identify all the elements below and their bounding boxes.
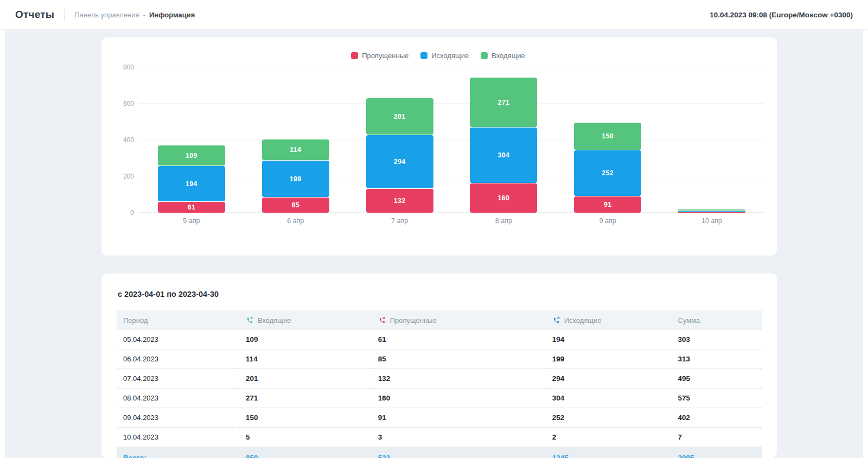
value-cell: 252 [546, 408, 672, 428]
column-header-label: Исходящие [564, 316, 602, 325]
period-cell: 08.04.2023 [117, 389, 239, 408]
plot-area: 6119410985199114132294201160304271912521… [139, 67, 764, 213]
bar-segment[interactable]: 91 [574, 196, 641, 213]
value-cell: 91 [372, 408, 546, 428]
value-cell: 201 [239, 369, 372, 389]
content-area: ПропущенныеИсходящиеВходящие 02004006008… [5, 30, 863, 458]
bar-segment[interactable]: 194 [158, 166, 225, 201]
value-cell: 199 [546, 349, 672, 369]
bar-segment[interactable] [678, 211, 745, 212]
y-axis-tick: 200 [123, 173, 134, 180]
value-cell: 5 [239, 428, 372, 447]
x-axis-label: 6 апр [244, 217, 348, 225]
chart-legend: ПропущенныеИсходящиеВходящие [112, 52, 764, 60]
bar-segment[interactable] [678, 209, 745, 211]
column-header: Исходящие [546, 310, 672, 330]
y-axis-tick: 600 [123, 100, 134, 107]
stacked-bar[interactable] [678, 209, 745, 213]
column-header-label: Входящие [258, 316, 291, 325]
bars-layer: 6119410985199114132294201160304271912521… [139, 67, 764, 213]
value-cell: 495 [672, 369, 762, 389]
bar-segment[interactable]: 304 [470, 128, 537, 183]
value-cell: 7 [672, 428, 762, 447]
value-cell: 271 [239, 389, 372, 408]
period-range: с 2023-04-01 по 2023-04-30 [118, 290, 762, 298]
bar-segment[interactable]: 199 [262, 161, 329, 197]
total-label-cell: Всего: [117, 447, 239, 458]
bar-segment[interactable]: 85 [262, 198, 329, 213]
table-row: 09.04.202315091252402 [117, 408, 762, 428]
value-cell: 85 [372, 349, 546, 369]
x-axis-labels: 5 апр6 апр7 апр8 апр9 апр10 апр [139, 217, 764, 225]
bar-slot: 85199114 [244, 67, 348, 213]
stacked-bar[interactable]: 61194109 [158, 145, 225, 213]
period-cell: 05.04.2023 [117, 330, 239, 349]
table-row: 06.04.202311485199313 [117, 349, 762, 369]
stacked-bar[interactable]: 91252150 [574, 122, 641, 213]
bar-segment[interactable]: 150 [574, 123, 641, 150]
bar-segment[interactable]: 201 [366, 98, 433, 135]
table-row: 08.04.2023271160304575 [117, 389, 762, 408]
outgoing-call-icon [552, 316, 560, 324]
bar-segment[interactable]: 160 [470, 183, 537, 213]
bar-segment[interactable]: 109 [158, 145, 225, 166]
period-cell: 09.04.2023 [117, 408, 239, 428]
legend-item[interactable]: Входящие [481, 52, 525, 60]
bar-segment[interactable] [678, 212, 745, 213]
legend-item[interactable]: Пропущенные [351, 52, 409, 60]
value-cell: 150 [239, 408, 372, 428]
column-header: Сумма [672, 310, 762, 330]
total-value-cell: 532 [372, 447, 546, 458]
total-value-cell: 850 [239, 447, 372, 458]
column-header: Входящие [239, 310, 372, 330]
column-header: Пропущенные [372, 310, 546, 330]
bar-segment[interactable]: 294 [366, 135, 433, 188]
bar-segment[interactable]: 61 [158, 202, 225, 213]
bar-segment[interactable]: 271 [470, 78, 537, 127]
stacked-bar[interactable]: 132294201 [366, 98, 433, 213]
breadcrumb-separator: - [143, 11, 145, 19]
breadcrumb-current: Информация [149, 11, 195, 19]
legend-label: Входящие [492, 52, 525, 60]
stacked-bar[interactable]: 85199114 [262, 139, 329, 213]
value-cell: 160 [372, 389, 546, 408]
bar-segment[interactable]: 132 [366, 189, 433, 213]
bar-slot: 91252150 [556, 67, 660, 213]
legend-item[interactable]: Исходящие [420, 52, 469, 60]
legend-swatch-icon [481, 52, 488, 59]
legend-label: Исходящие [431, 52, 469, 60]
incoming-call-icon [246, 316, 254, 324]
value-cell: 114 [239, 349, 372, 369]
value-cell: 303 [672, 330, 762, 349]
plot-wrap: 6119410985199114132294201160304271912521… [139, 67, 764, 225]
total-value-cell: 1245 [546, 447, 672, 458]
stacked-bar[interactable]: 160304271 [470, 77, 537, 213]
bar-segment[interactable]: 252 [574, 150, 641, 196]
breadcrumb-parent[interactable]: Панель управления [74, 11, 139, 19]
header-datetime: 10.04.2023 09:08 (Europe/Moscow +0300) [710, 11, 853, 19]
column-header: Период [117, 310, 239, 330]
value-cell: 194 [546, 330, 672, 349]
column-header-label: Период [123, 316, 148, 325]
value-cell: 3 [372, 428, 546, 447]
header-divider [64, 9, 65, 21]
table-header-row: ПериодВходящиеПропущенныеИсходящиеСумма [117, 310, 762, 330]
column-header-label: Пропущенные [390, 316, 437, 325]
y-axis: 0200400600800 [112, 67, 139, 213]
top-bar: Отчеты Панель управления - Информация 10… [0, 0, 868, 30]
legend-swatch-icon [351, 52, 358, 59]
bar-slot: 132294201 [348, 67, 452, 213]
x-axis-label: 7 апр [348, 217, 452, 225]
chart-card: ПропущенныеИсходящиеВходящие 02004006008… [101, 37, 777, 256]
value-cell: 132 [372, 369, 546, 389]
bar-slot [660, 67, 764, 213]
bar-slot: 61194109 [139, 67, 244, 213]
table-row: 07.04.2023201132294495 [117, 369, 762, 389]
bar-segment[interactable]: 114 [262, 139, 329, 160]
breadcrumb: Панель управления - Информация [74, 11, 195, 19]
column-header-label: Сумма [678, 316, 700, 325]
x-axis-label: 9 апр [556, 217, 660, 225]
calls-summary-table: ПериодВходящиеПропущенныеИсходящиеСумма … [117, 310, 762, 458]
legend-swatch-icon [420, 52, 427, 59]
period-cell: 10.04.2023 [117, 428, 239, 447]
